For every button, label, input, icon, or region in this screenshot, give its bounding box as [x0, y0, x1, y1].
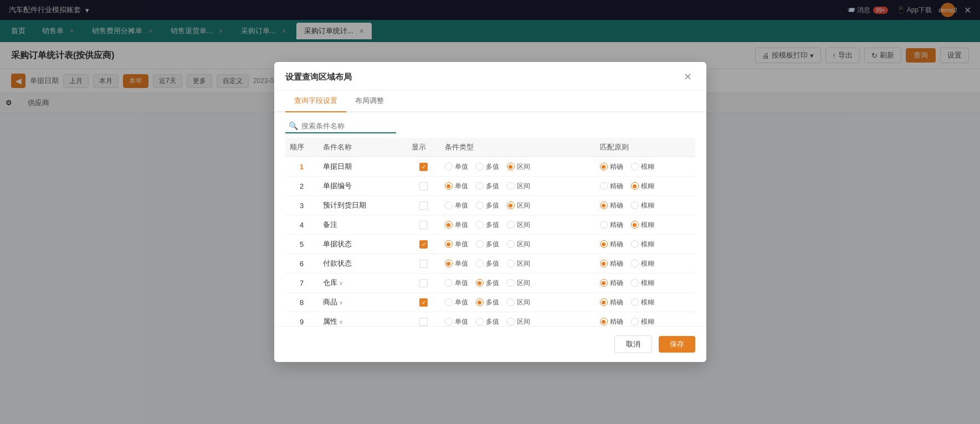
tab-layout-adjust[interactable]: 布局调整	[346, 90, 393, 112]
dialog-title: 设置查询区域布局	[285, 72, 352, 82]
modal-overlay: 设置查询区域布局 ✕ 查询字段设置 布局调整 🔍 顺序 条件名称	[0, 0, 980, 113]
settings-dialog: 设置查询区域布局 ✕ 查询字段设置 布局调整 🔍 顺序 条件名称	[274, 62, 706, 113]
dialog-close-button[interactable]: ✕	[680, 71, 695, 83]
dialog-search-area: 🔍	[274, 112, 706, 113]
dialog-tabs: 查询字段设置 布局调整	[274, 90, 706, 112]
dialog-header: 设置查询区域布局 ✕	[274, 62, 706, 90]
tab-query-fields[interactable]: 查询字段设置	[285, 90, 346, 112]
